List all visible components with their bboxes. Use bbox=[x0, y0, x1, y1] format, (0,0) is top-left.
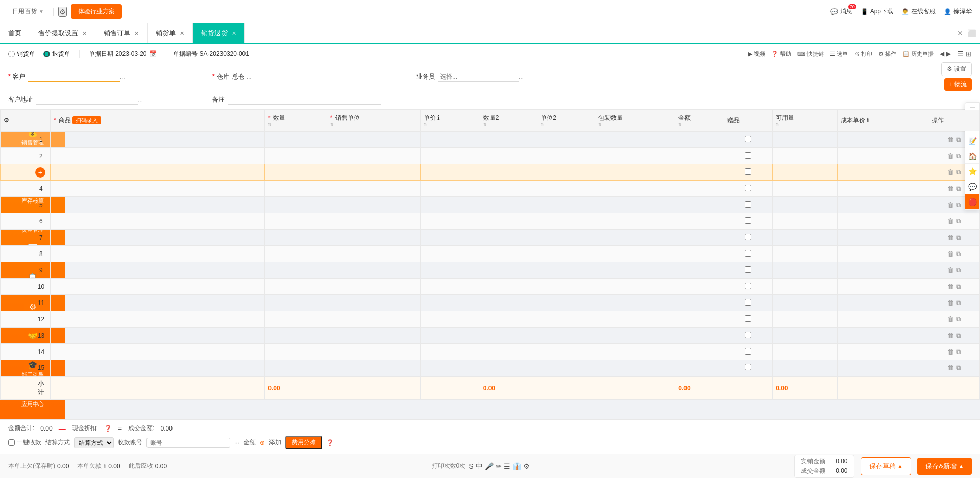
radio-return[interactable]: 退货单 bbox=[43, 49, 70, 58]
cell-goods-9[interactable] bbox=[50, 262, 264, 279]
cell-pack-7[interactable] bbox=[595, 230, 675, 246]
cell-price-13[interactable] bbox=[420, 328, 480, 344]
goods-input-10[interactable] bbox=[54, 283, 261, 290]
cell-amount-6[interactable] bbox=[675, 213, 724, 230]
cell-gift-12[interactable] bbox=[724, 311, 772, 328]
cell-available-12[interactable] bbox=[773, 311, 837, 328]
cell-available-14[interactable] bbox=[773, 344, 837, 360]
cell-qty-11[interactable] bbox=[265, 295, 327, 311]
cell-qty-13[interactable] bbox=[265, 328, 327, 344]
cell-price-6[interactable] bbox=[420, 213, 480, 230]
cell-price-14[interactable] bbox=[420, 344, 480, 360]
cell-amount-9[interactable] bbox=[675, 262, 724, 279]
cell-unit2-5[interactable] bbox=[537, 197, 595, 213]
copy-icon-9[interactable]: ⧉ bbox=[956, 266, 961, 274]
amount-sort[interactable]: ⇅ bbox=[678, 122, 720, 127]
cell-pack-12[interactable] bbox=[595, 311, 675, 328]
tab-0[interactable]: 首页 bbox=[0, 23, 30, 43]
cell-gift-7[interactable] bbox=[724, 230, 772, 246]
goods-input-3[interactable] bbox=[54, 169, 261, 176]
cell-qty-4[interactable] bbox=[265, 181, 327, 197]
toolbar-help[interactable]: ❓ 帮助 bbox=[771, 50, 791, 58]
cell-available-2[interactable] bbox=[773, 148, 837, 164]
cell-qty-14[interactable] bbox=[265, 344, 327, 360]
cell-cost-12[interactable] bbox=[837, 311, 928, 328]
cell-price-1[interactable] bbox=[420, 132, 480, 148]
account-input[interactable] bbox=[146, 438, 230, 448]
toolbar-video[interactable]: ▶ 视频 bbox=[748, 50, 765, 58]
cell-goods-4[interactable] bbox=[50, 181, 264, 197]
pack-sort[interactable]: ⇅ bbox=[598, 122, 672, 127]
cell-goods-6[interactable] bbox=[50, 213, 264, 230]
cell-price-3[interactable] bbox=[420, 164, 480, 181]
cell-pack-5[interactable] bbox=[595, 197, 675, 213]
cell-unit-14[interactable] bbox=[327, 344, 420, 360]
cell-qty-3[interactable] bbox=[265, 164, 327, 181]
cell-price-12[interactable] bbox=[420, 311, 480, 328]
cell-available-7[interactable] bbox=[773, 230, 837, 246]
cell-amount-7[interactable] bbox=[675, 230, 724, 246]
delete-icon-10[interactable]: 🗑 bbox=[947, 283, 954, 291]
delete-icon-14[interactable]: 🗑 bbox=[947, 348, 954, 356]
fee-split-button[interactable]: 费用分摊 bbox=[285, 436, 322, 449]
cell-pack-14[interactable] bbox=[595, 344, 675, 360]
cell-gift-9[interactable] bbox=[724, 262, 772, 279]
rp-item-4[interactable]: 🏠 bbox=[965, 148, 979, 164]
toolbar-operation[interactable]: ⚙ 操作 bbox=[878, 50, 896, 58]
qty2-sort[interactable]: ⇅ bbox=[483, 122, 534, 127]
goods-input-12[interactable] bbox=[54, 316, 261, 323]
cell-cost-5[interactable] bbox=[837, 197, 928, 213]
toolbar-shortcut[interactable]: ⌨ 快捷键 bbox=[797, 50, 824, 58]
cell-pack-9[interactable] bbox=[595, 262, 675, 279]
gift-checkbox-7[interactable] bbox=[745, 234, 751, 240]
cell-unit2-9[interactable] bbox=[537, 262, 595, 279]
cell-qty2-7[interactable] bbox=[480, 230, 537, 246]
cell-gift-15[interactable] bbox=[724, 360, 772, 376]
daily-select[interactable]: 日用百货 ▼ bbox=[8, 5, 48, 18]
discount-question-icon[interactable]: ❓ bbox=[104, 425, 112, 432]
cell-goods-1[interactable] bbox=[50, 132, 264, 148]
cell-available-9[interactable] bbox=[773, 262, 837, 279]
cell-price-2[interactable] bbox=[420, 148, 480, 164]
rp-item-6[interactable]: 💬 bbox=[965, 179, 979, 194]
add-fee-icon[interactable]: ⊕ bbox=[260, 439, 265, 446]
cell-unit2-4[interactable] bbox=[537, 181, 595, 197]
cell-available-5[interactable] bbox=[773, 197, 837, 213]
cell-available-6[interactable] bbox=[773, 213, 837, 230]
cell-available-3[interactable] bbox=[773, 164, 837, 181]
one-click-input[interactable] bbox=[8, 439, 15, 446]
cell-unit2-8[interactable] bbox=[537, 246, 595, 262]
cell-cost-13[interactable] bbox=[837, 328, 928, 344]
cell-qty-5[interactable] bbox=[265, 197, 327, 213]
footer-icon-1[interactable]: S bbox=[469, 462, 473, 470]
save-draft-button[interactable]: 保存草稿 ▲ bbox=[861, 457, 912, 475]
goods-input-7[interactable] bbox=[54, 234, 261, 241]
cell-goods-8[interactable] bbox=[50, 246, 264, 262]
goods-input-11[interactable] bbox=[54, 299, 261, 307]
save-new-button[interactable]: 保存&新增 ▲ bbox=[917, 458, 972, 475]
tab-close-3[interactable]: ✕ bbox=[180, 30, 184, 37]
cell-available-10[interactable] bbox=[773, 279, 837, 295]
footer-icon-6[interactable]: 👔 bbox=[512, 462, 521, 470]
cell-amount-8[interactable] bbox=[675, 246, 724, 262]
cell-price-8[interactable] bbox=[420, 246, 480, 262]
goods-input-5[interactable] bbox=[54, 202, 261, 209]
delete-icon-2[interactable]: 🗑 bbox=[947, 152, 954, 160]
cell-available-4[interactable] bbox=[773, 181, 837, 197]
cell-unit2-11[interactable] bbox=[537, 295, 595, 311]
cell-cost-15[interactable] bbox=[837, 360, 928, 376]
copy-icon-5[interactable]: ⧉ bbox=[956, 201, 961, 209]
cell-amount-15[interactable] bbox=[675, 360, 724, 376]
cell-gift-6[interactable] bbox=[724, 213, 772, 230]
address-input[interactable] bbox=[36, 95, 138, 105]
cell-unit-3[interactable] bbox=[327, 164, 420, 181]
cell-gift-1[interactable] bbox=[724, 132, 772, 148]
cell-amount-5[interactable] bbox=[675, 197, 724, 213]
cell-pack-3[interactable] bbox=[595, 164, 675, 181]
tab-close-1[interactable]: ✕ bbox=[82, 30, 87, 37]
cell-unit-6[interactable] bbox=[327, 213, 420, 230]
cell-pack-8[interactable] bbox=[595, 246, 675, 262]
cell-amount-10[interactable] bbox=[675, 279, 724, 295]
cell-qty-10[interactable] bbox=[265, 279, 327, 295]
cell-goods-12[interactable] bbox=[50, 311, 264, 328]
